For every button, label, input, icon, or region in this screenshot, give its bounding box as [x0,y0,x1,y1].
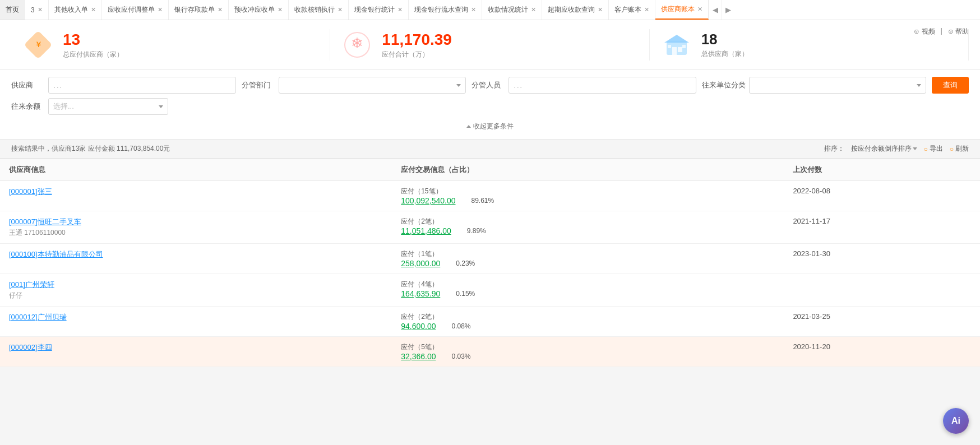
col-header-supplier: 供应商信息 [0,159,392,181]
balance-select[interactable]: 选择... [48,98,168,115]
payable-amount[interactable]: 32,366.00 [401,352,436,361]
close-icon[interactable]: ✕ [697,6,702,13]
nav-ar-ap-adjust[interactable]: 应收应付调整单 ✕ [102,0,169,20]
close-icon[interactable]: ✕ [91,6,96,13]
payable-percent: 0.03% [451,353,470,360]
svg-rect-8 [668,45,671,48]
supplier-info-cell: [000012]广州贝瑞 [0,307,392,337]
transaction-info-cell: 应付（4笔）164,635.900.15% [392,274,784,307]
supplier-input[interactable]: ... [48,77,236,94]
top-navigation: 首页 3 ✕ 其他收入单 ✕ 应收应付调整单 ✕ 银行存取款单 ✕ 预收冲应收单… [0,0,980,20]
close-icon[interactable]: ✕ [278,6,283,13]
supplier-link[interactable]: [000007]恒旺二手叉车 [9,217,81,226]
refresh-icon: ○ [950,145,954,153]
supplier-link[interactable]: [001]广州荣轩 [9,280,54,289]
transaction-info-cell: 应付（2笔）11,051,486.009.89% [392,211,784,244]
nav-customer-ledger[interactable]: 客户账本 ✕ [609,0,655,20]
payable-label: 应付（4笔） [401,280,775,289]
supplier-sub-info: 仔仔 [9,291,383,300]
filter-dept: 分管部门 [242,77,466,94]
col-header-last-payment: 上次付数 [784,159,980,181]
last-payment-date: 2020-11-20 [793,342,830,351]
search-button[interactable]: 查询 [932,77,969,94]
supplier-info-cell: [000100]本特勤油品有限公司 [0,244,392,274]
supplier-link[interactable]: [000001]张三 [9,187,52,196]
dept-select[interactable] [279,77,466,94]
last-payment-cell: 2021-03-25 [784,307,980,337]
payable-percent: 89.61% [471,197,494,205]
result-summary: 搜索结果中，供应商13家 应付金额 111,703,854.00元 [11,144,170,154]
balance-filter-label: 往来余额 [11,101,45,112]
transaction-info-cell: 应付（15笔）100,092,540.0089.61% [392,181,784,211]
nav-tab-3[interactable]: 3 ✕ [25,0,49,20]
result-bar: 搜索结果中，供应商13家 应付金额 111,703,854.00元 排序： 按应… [0,140,980,159]
payable-amount[interactable]: 164,635.90 [401,289,440,298]
nav-collection-stats[interactable]: 收款情况统计 ✕ [482,0,542,20]
nav-overdue-query[interactable]: 超期应收款查询 ✕ [542,0,609,20]
svg-marker-5 [664,35,689,43]
collapse-more-conditions[interactable]: 收起更多条件 [11,119,969,133]
unit-category-select[interactable] [749,77,927,94]
supplier-filter-label: 供应商 [11,80,45,90]
nav-next-arrow[interactable]: ▶ [722,0,734,20]
payable-label: 应付（5笔） [401,342,775,352]
last-payment-cell: 2023-01-30 [784,244,980,274]
video-icon[interactable]: ⊙ 视频 [914,27,935,36]
supplier-table: 供应商信息 应付交易信息（占比） 上次付数 [000001]张三应付（15笔）1… [0,159,980,367]
nav-home[interactable]: 首页 [0,0,25,20]
nav-bank-deposit[interactable]: 银行存取款单 ✕ [169,0,229,20]
last-payment-date: 2023-01-30 [793,249,830,258]
supplier-link[interactable]: [000002]李四 [9,343,52,351]
payable-amount[interactable]: 100,092,540.00 [401,196,455,205]
summary-card-suppliers: ￥ 13 总应付供应商（家） [11,29,330,61]
close-icon[interactable]: ✕ [471,6,476,13]
close-icon[interactable]: ✕ [531,6,536,13]
last-payment-date: 2021-11-17 [793,217,830,225]
nav-other-income[interactable]: 其他收入单 ✕ [49,0,102,20]
summary-card-payable-total: ❄ 11,170.39 应付合计（万） [330,29,649,61]
table-row: [000001]张三应付（15笔）100,092,540.0089.61%202… [0,181,980,211]
payable-percent: 0.15% [456,290,475,298]
close-icon[interactable]: ✕ [397,6,403,13]
close-icon[interactable]: ✕ [338,6,343,13]
help-icon[interactable]: ⊙ 帮助 [948,27,969,36]
nav-supplier-ledger[interactable]: 供应商账本 ✕ [655,0,709,20]
close-icon[interactable]: ✕ [644,6,649,13]
supplier-link[interactable]: [000012]广州贝瑞 [9,313,67,321]
payable-amount[interactable]: 258,000.00 [401,259,440,268]
payable-percent: 0.23% [456,259,475,267]
nav-collection-exec[interactable]: 收款核销执行 ✕ [289,0,349,20]
transaction-info-cell: 应付（1笔）258,000.000.23% [392,244,784,274]
chevron-up-icon [466,125,471,128]
transaction-info-cell: 应付（5笔）32,366.000.03% [392,337,784,367]
refresh-button[interactable]: ○ 刷新 [950,144,969,154]
nav-prepay-offset[interactable]: 预收冲应收单 ✕ [229,0,289,20]
svg-text:❄: ❄ [351,35,363,52]
sort-select[interactable]: 按应付余额倒序排序 [851,144,917,154]
close-icon[interactable]: ✕ [158,6,163,13]
nav-prev-arrow[interactable]: ◀ [709,0,722,20]
diamond-icon: ￥ [22,29,54,61]
chevron-down-icon [917,84,921,87]
snowflake-icon: ❄ [341,29,373,61]
total-suppliers-label: 总供应商（家） [701,49,748,59]
nav-cash-bank-stats[interactable]: 现金银行统计 ✕ [349,0,409,20]
close-icon[interactable]: ✕ [38,6,43,13]
total-payable-suppliers-label: 总应付供应商（家） [63,50,123,59]
person-filter-label: 分管人员 [471,80,505,90]
svg-rect-9 [682,45,686,48]
close-icon[interactable]: ✕ [598,6,603,13]
person-input[interactable]: ... [509,77,696,94]
close-icon[interactable]: ✕ [218,6,223,13]
payable-percent: 0.08% [451,322,470,330]
nav-cash-flow-query[interactable]: 现金银行流水查询 ✕ [409,0,482,20]
filter-supplier: 供应商 ... [11,77,236,94]
export-button[interactable]: ○ 导出 [924,144,943,154]
supplier-link[interactable]: [000100]本特勤油品有限公司 [9,250,103,258]
summary-area: ￥ 13 总应付供应商（家） ❄ 11,170.39 应付合计（万） [0,20,980,70]
data-table-area: 供应商信息 应付交易信息（占比） 上次付数 [000001]张三应付（15笔）1… [0,159,980,367]
table-row: [001]广州荣轩仔仔应付（4笔）164,635.900.15% [0,274,980,307]
last-payment-cell [784,274,980,307]
payable-amount[interactable]: 11,051,486.00 [401,226,451,235]
payable-amount[interactable]: 94,600.00 [401,322,436,331]
